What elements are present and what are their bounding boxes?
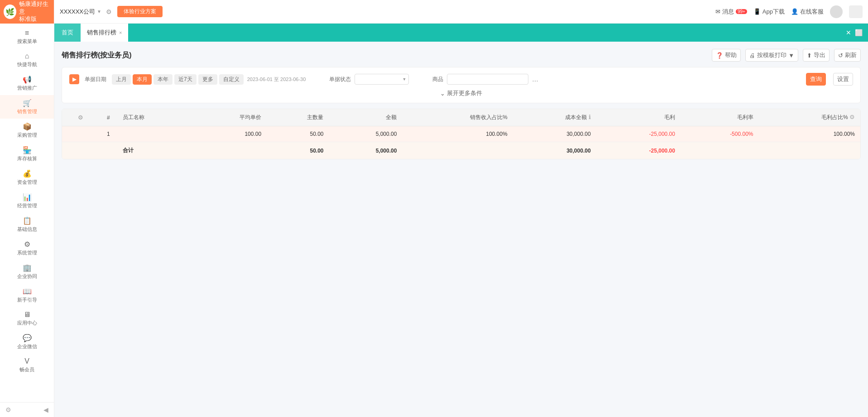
footer-gross: -25,000.00: [596, 142, 681, 159]
sidebar-item-apps[interactable]: 🖥 应用中心: [0, 307, 54, 330]
table-footer: 合计 50.00 5,000.00 30,000.00 -25,000.00: [62, 142, 860, 159]
cell-gross-0: -25,000.00: [596, 126, 681, 142]
sidebar-item-finance[interactable]: 💰 资金管理: [0, 166, 54, 189]
message-badge: 99+: [736, 9, 747, 14]
sidebar-icon-finance: 💰: [23, 169, 32, 178]
cell-rank-0: 1: [99, 126, 117, 142]
tab-sales-ranking[interactable]: 销售排行榜 ×: [81, 24, 128, 42]
tab-close-icon[interactable]: ×: [119, 30, 122, 35]
company-dropdown-arrow: ▼: [97, 9, 101, 14]
message-action[interactable]: ✉ 消息 99+: [715, 8, 747, 16]
sales-table: ⚙ # 员工名称 平均单价 主数量 全额 销售收入占比% 成本全额 ℹ 毛利 毛…: [62, 109, 860, 159]
filter-this-year[interactable]: 本年: [153, 74, 173, 85]
print-label: 按模板打印: [757, 51, 786, 59]
window-max-icon[interactable]: ⬜: [855, 29, 863, 36]
sidebar-item-wechat[interactable]: 💬 企业微信: [0, 330, 54, 354]
sidebar-icon-guide: 📖: [23, 287, 32, 296]
footer-cost: 30,000.00: [513, 142, 596, 159]
sidebar-icon-operations: 📊: [23, 193, 32, 201]
user-name-area[interactable]: [849, 5, 863, 18]
gross-pct-info-icon[interactable]: ⚙: [849, 114, 855, 120]
sidebar-item-system[interactable]: ⚙ 系统管理: [0, 236, 54, 260]
sidebar-label-base: 基础信息: [17, 226, 37, 233]
refresh-btn[interactable]: ↺ 刷新: [834, 49, 861, 62]
footer-empty-sales-pct: [402, 142, 513, 159]
refresh-icon: ↺: [838, 52, 843, 59]
help-label: 帮助: [725, 51, 737, 59]
table-row: 1 100.00 50.00 5,000.00 100.00% 30,000.0…: [62, 126, 860, 142]
sidebar-item-shortcut[interactable]: ⌂ 快捷导航: [0, 48, 54, 72]
online-service-action[interactable]: 👤 在线客服: [791, 8, 824, 16]
footer-empty-gross-rate: [681, 142, 759, 159]
filter-expand-icon[interactable]: ▶: [69, 74, 79, 84]
user-avatar[interactable]: [830, 5, 843, 18]
sidebar-label-purchase: 采购管理: [17, 132, 37, 139]
service-icon: 👤: [791, 8, 798, 15]
trial-btn[interactable]: 体验行业方案: [117, 6, 163, 17]
sidebar-icon-enterprise: 🏢: [23, 264, 32, 272]
page-title: 销售排行榜(按业务员): [62, 51, 132, 60]
sidebar-label-inventory: 库存核算: [17, 155, 37, 162]
company-selector[interactable]: XXXXXX公司 ▼: [60, 8, 101, 16]
filter-prev-month[interactable]: 上月: [112, 74, 131, 85]
topbar-actions: ✉ 消息 99+ 📱 App下载 👤 在线客服: [715, 5, 863, 18]
sidebar-label-enterprise: 企业协同: [17, 273, 37, 280]
footer-empty-settings: [62, 142, 99, 159]
filter-custom[interactable]: 自定义: [219, 74, 244, 85]
filter-date-label: 单据日期: [85, 76, 106, 83]
sidebar-settings-icon[interactable]: ⚙: [5, 406, 11, 413]
filter-this-month[interactable]: 本月: [133, 74, 152, 85]
sidebar-icon-shortcut: ⌂: [25, 52, 29, 60]
filter-goods-dots[interactable]: ...: [532, 75, 538, 83]
query-btn[interactable]: 查询: [806, 73, 826, 86]
topbar: XXXXXX公司 ▼ ⚙ 体验行业方案 ✉ 消息 99+ 📱 App下载 👤 在…: [54, 0, 868, 24]
export-btn[interactable]: ⬆ 导出: [803, 49, 830, 62]
sidebar-footer: ⚙ ◀: [0, 402, 54, 417]
filter-goods-input[interactable]: [447, 74, 528, 85]
company-name: XXXXXX公司: [60, 8, 95, 16]
filter-row-1: ▶ 单据日期 上月 本月 本年 近7天 更多 自定义 2023-06-01 至 …: [69, 73, 853, 86]
sidebar-item-guide[interactable]: 📖 新手引导: [0, 283, 54, 307]
settings-btn[interactable]: 设置: [833, 73, 853, 86]
window-min-icon[interactable]: ✕: [846, 29, 851, 36]
cell-settings-0: [62, 126, 99, 142]
print-btn[interactable]: 🖨 按模板打印 ▼: [745, 49, 798, 62]
app-download-action[interactable]: 📱 App下载: [753, 8, 785, 16]
table-settings-icon[interactable]: ⚙: [78, 114, 83, 121]
footer-amount: 5,000.00: [329, 142, 402, 159]
expand-more-btn[interactable]: ⌄ 展开更多条件: [440, 89, 482, 97]
sidebar-label-apps: 应用中心: [17, 320, 37, 326]
cell-gross-rate-0: -500.00%: [681, 126, 759, 142]
sidebar-item-operations[interactable]: 📊 经营管理: [0, 189, 54, 213]
table-footer-row: 合计 50.00 5,000.00 30,000.00 -25,000.00: [62, 142, 860, 159]
print-icon: 🖨: [749, 52, 755, 59]
sidebar-item-inventory[interactable]: 🏪 库存核算: [0, 142, 54, 166]
sidebar-item-member[interactable]: V 畅会员: [0, 354, 54, 377]
footer-empty-avg: [192, 142, 267, 159]
sidebar-item-marketing[interactable]: 📢 营销推广: [0, 72, 54, 95]
sidebar-icon-inventory: 🏪: [23, 146, 32, 154]
cost-info-icon[interactable]: ℹ: [589, 114, 591, 120]
sidebar-item-base[interactable]: 📋 基础信息: [0, 213, 54, 236]
filter-status-select[interactable]: [355, 74, 409, 85]
th-settings[interactable]: ⚙: [62, 109, 99, 126]
filter-status-group: 单据状态: [329, 74, 409, 85]
filter-last-7days[interactable]: 近7天: [174, 74, 197, 85]
filter-bar: ▶ 单据日期 上月 本月 本年 近7天 更多 自定义 2023-06-01 至 …: [62, 67, 861, 103]
filter-more[interactable]: 更多: [198, 74, 217, 85]
sidebar-item-enterprise[interactable]: 🏢 企业协同: [0, 260, 54, 283]
refresh-label: 刷新: [845, 51, 857, 59]
sidebar-item-search[interactable]: ≡ 搜索菜单: [0, 25, 54, 48]
print-dropdown-icon: ▼: [788, 52, 794, 59]
th-sales-pct: 销售收入占比%: [402, 109, 513, 126]
filter-status-label: 单据状态: [329, 76, 351, 83]
sidebar: 🌿 畅康通好生意 标准版 ≡ 搜索菜单 ⌂ 快捷导航 📢 营销推广 🛒 销售管理…: [0, 0, 54, 417]
topbar-gear-icon[interactable]: ⚙: [106, 8, 112, 15]
sidebar-collapse-icon[interactable]: ◀: [43, 406, 48, 413]
help-btn[interactable]: ❓ 帮助: [712, 49, 741, 62]
filter-row-2: ⌄ 展开更多条件: [69, 89, 853, 97]
tab-home[interactable]: 首页: [54, 24, 81, 42]
sidebar-item-sales[interactable]: 🛒 销售管理: [0, 95, 54, 119]
sidebar-item-purchase[interactable]: 📦 采购管理: [0, 119, 54, 142]
sidebar-icon-member: V: [24, 357, 29, 365]
